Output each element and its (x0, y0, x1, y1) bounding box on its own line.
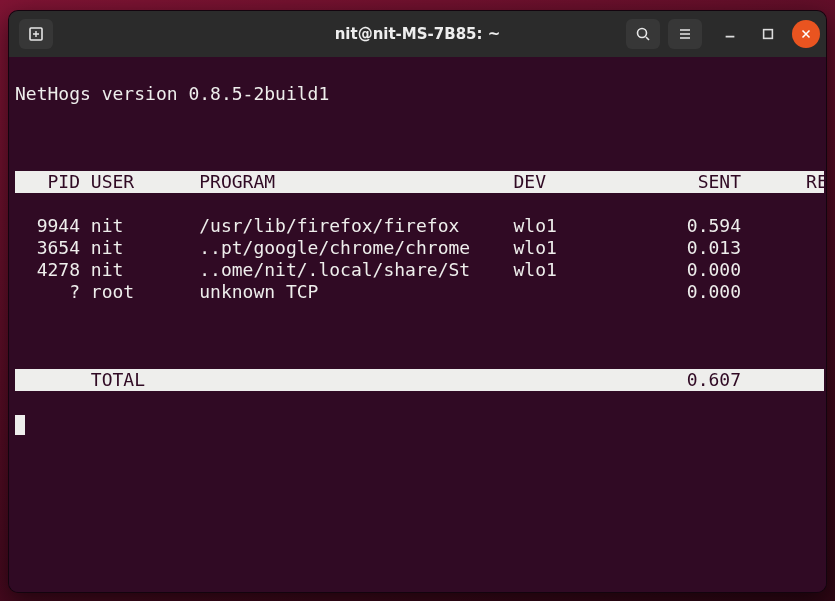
version-line: NetHogs version 0.8.5-2build1 (15, 83, 824, 105)
cell-received: 0.000 (741, 281, 827, 303)
cell-pid: 9944 (15, 215, 80, 237)
window-title: nit@nit-MS-7B85: ~ (335, 25, 501, 43)
cell-sent: 0.594 (611, 215, 741, 237)
hamburger-icon (677, 26, 693, 42)
blank-line (15, 325, 824, 347)
total-sent: 0.607 (611, 369, 741, 391)
process-row: 9944 nit/usr/lib/firefox/firefoxwlo10.59… (15, 215, 824, 237)
cell-pid: ? (15, 281, 80, 303)
maximize-icon (761, 27, 775, 41)
header-sent: SENT (611, 171, 741, 193)
cell-user: nit (91, 259, 199, 281)
cell-received: 50.600 (741, 215, 827, 237)
cell-user: root (91, 281, 199, 303)
header-dev: DEV (513, 171, 611, 193)
header-pid: PID (15, 171, 80, 193)
total-received: 50.613 (741, 369, 827, 391)
cell-received: 0.000 (741, 259, 827, 281)
maximize-button[interactable] (754, 20, 782, 48)
header-row: PID USERPROGRAMDEVSENTRECEIVED (15, 171, 824, 193)
process-row: 4278 nit..ome/nit/.local/share/Stwlo10.0… (15, 259, 824, 281)
cell-dev: wlo1 (513, 215, 611, 237)
cell-sent: 0.000 (611, 281, 741, 303)
header-user: USER (91, 171, 199, 193)
desktop-background: nit@nit-MS-7B85: ~ (0, 0, 835, 601)
cell-dev: wlo1 (513, 237, 611, 259)
cell-program: /usr/lib/firefox/firefox (199, 215, 513, 237)
cell-pid: 3654 (15, 237, 80, 259)
svg-point-1 (638, 29, 647, 38)
blank-line (15, 127, 824, 149)
process-row: 3654 nit..pt/google/chrome/chromewlo10.0… (15, 237, 824, 259)
cell-user: nit (91, 215, 199, 237)
cell-received: 0.013 (741, 237, 827, 259)
close-icon (799, 27, 813, 41)
cell-user: nit (91, 237, 199, 259)
search-icon (635, 26, 651, 42)
cursor-line (15, 413, 824, 435)
header-received: RECEIVED (741, 171, 827, 193)
new-tab-icon (28, 26, 44, 42)
cell-program: ..pt/google/chrome/chrome (199, 237, 513, 259)
process-row: ? rootunknown TCP0.0000.000KB/sec (15, 281, 824, 303)
menu-button[interactable] (668, 19, 702, 49)
cell-sent: 0.000 (611, 259, 741, 281)
minimize-icon (723, 27, 737, 41)
cell-sent: 0.013 (611, 237, 741, 259)
new-tab-button[interactable] (19, 19, 53, 49)
minimize-button[interactable] (716, 20, 744, 48)
total-label: TOTAL (91, 369, 199, 391)
cell-pid: 4278 (15, 259, 80, 281)
terminal-output[interactable]: NetHogs version 0.8.5-2build1 PID USERPR… (9, 57, 826, 592)
svg-rect-2 (764, 30, 773, 39)
cell-program: unknown TCP (199, 281, 513, 303)
total-row: TOTAL 0.60750.613KB/sec (15, 369, 824, 391)
window-titlebar: nit@nit-MS-7B85: ~ (9, 11, 826, 57)
terminal-window: nit@nit-MS-7B85: ~ (8, 10, 827, 593)
search-button[interactable] (626, 19, 660, 49)
cell-program: ..ome/nit/.local/share/St (199, 259, 513, 281)
terminal-cursor (15, 415, 25, 435)
cell-dev: wlo1 (513, 259, 611, 281)
header-program: PROGRAM (199, 171, 513, 193)
close-button[interactable] (792, 20, 820, 48)
